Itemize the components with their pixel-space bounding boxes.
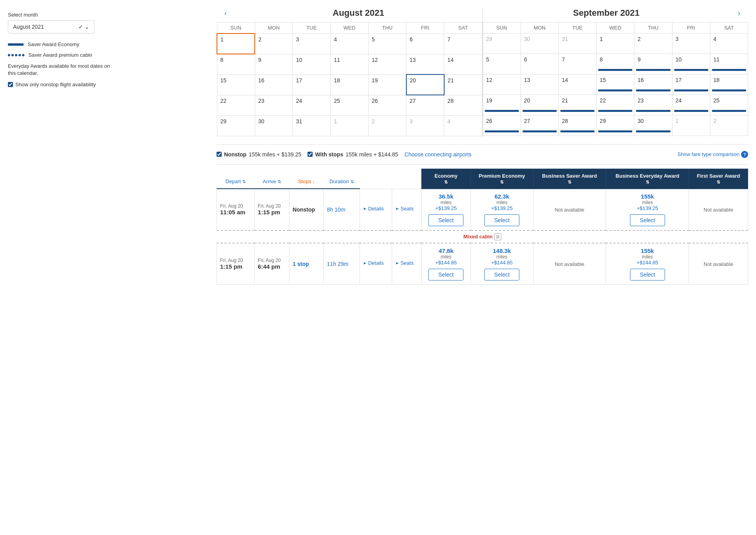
first-saver-cell: Not available [689,243,748,285]
calendar-day[interactable]: 6 [406,33,444,54]
calendar-day[interactable]: 15 [597,74,634,95]
calendar-day[interactable]: 8 [217,54,255,74]
calendar-day[interactable]: 5 [369,33,406,54]
calendar-day[interactable]: 8 [597,54,634,74]
calendar-day[interactable]: 23 [255,95,293,115]
premium-select-button[interactable]: Select [484,269,519,281]
calendar-day[interactable]: 22 [217,95,255,115]
calendar-day[interactable]: 27 [406,95,444,115]
calendar-day[interactable]: 23 [634,95,672,115]
calendar-day[interactable]: 14 [444,54,482,74]
calendar-day[interactable]: 30 [255,115,293,136]
calendar-day[interactable]: 7 [444,33,482,54]
calendar-day[interactable]: 10 [293,54,330,74]
calendar-day[interactable]: 18 [330,74,368,95]
calendar-day[interactable]: 6 [521,54,558,74]
prev-month-arrow[interactable]: ‹ [217,9,235,17]
calendar-day[interactable]: 14 [558,74,596,95]
calendar-day[interactable]: 1 [217,33,255,54]
calendar-day[interactable]: 2 [255,33,293,54]
calendar-day[interactable]: 3 [672,33,710,54]
calendar-day[interactable]: 12 [483,74,521,95]
calendar-day[interactable]: 4 [330,33,368,54]
calendar-day[interactable]: 26 [483,115,521,136]
calendar-day[interactable]: 29 [217,115,255,136]
business-everyday-select-button[interactable]: Select [630,214,665,226]
calendar-day[interactable]: 5 [483,54,521,74]
calendar-day[interactable]: 2 [710,115,748,136]
details-link[interactable]: ► Details [363,260,389,266]
calendar-day[interactable]: 26 [369,95,406,115]
calendar-day[interactable]: 20 [406,74,444,95]
calendar-day[interactable]: 11 [710,54,748,74]
calendar-day[interactable]: 1 [597,33,634,54]
seats-link[interactable]: ► Seats [395,206,418,212]
calendar-day[interactable]: 2 [369,115,406,136]
calendar-day[interactable]: 18 [710,74,748,95]
calendar-day[interactable]: 29 [597,115,634,136]
month-select-dropdown[interactable]: August 2021 ✓ ⌄ [8,20,94,33]
calendar-day[interactable]: 10 [672,54,710,74]
calendar-day[interactable]: 9 [255,54,293,74]
calendar-day[interactable]: 21 [444,74,482,95]
premium-select-button[interactable]: Select [484,214,519,226]
calendar-day[interactable]: 3 [406,115,444,136]
calendar-day[interactable]: 9 [634,54,672,74]
premium-miles: 62.3k [474,193,530,200]
calendar-day[interactable]: 20 [521,95,558,115]
with-stops-label: With stops [315,151,343,158]
calendar-day[interactable]: 25 [710,95,748,115]
calendar-day[interactable]: 17 [672,74,710,95]
nonstop-checkbox[interactable] [8,82,13,87]
calendar-day[interactable]: 1 [330,115,368,136]
calendar-section: ‹ August 2021 SUN MON TUE WED THU FRI SA… [217,8,748,285]
depart-time: 11:05 am [220,209,251,215]
duration-header[interactable]: Duration ⇅ [324,169,360,189]
calendar-day[interactable]: 22 [597,95,634,115]
calendar-day[interactable]: 4 [710,33,748,54]
business-everyday-select-button[interactable]: Select [630,269,665,281]
calendar-day[interactable]: 4 [444,115,482,136]
economy-select-button[interactable]: Select [428,214,463,226]
calendar-day[interactable]: 1 [672,115,710,136]
calendar-day[interactable]: 15 [217,74,255,95]
calendar-day[interactable]: 19 [483,95,521,115]
calendar-day[interactable]: 31 [293,115,330,136]
calendar-day[interactable]: 24 [293,95,330,115]
stops-header[interactable]: Stops ↓ [289,169,324,189]
economy-select-button[interactable]: Select [428,269,463,281]
calendar-day[interactable]: 29 [483,33,521,54]
depart-header[interactable]: Depart ⇅ [217,169,255,189]
details-link[interactable]: ► Details [363,206,389,212]
arrive-header[interactable]: Arrive ⇅ [254,169,289,189]
calendar-day[interactable]: 30 [634,115,672,136]
fare-comparison-link[interactable]: Show fare type comparison ? [677,151,748,158]
calendar-day[interactable]: 28 [558,115,596,136]
calendar-day[interactable]: 7 [558,54,596,74]
next-month-arrow[interactable]: › [730,9,748,17]
nonstop-filter-checkbox[interactable] [217,152,222,157]
calendar-day[interactable]: 31 [558,33,596,54]
calendar-day[interactable]: 11 [330,54,368,74]
calendar-day[interactable]: 30 [521,33,558,54]
calendar-day[interactable]: 12 [369,54,406,74]
calendar-day[interactable]: 19 [369,74,406,95]
calendar-day[interactable]: 17 [293,74,330,95]
calendar-day[interactable]: 16 [255,74,293,95]
stops-cell: 1 stop [289,243,324,285]
calendar-day[interactable]: 21 [558,95,596,115]
calendar-day[interactable]: 16 [634,74,672,95]
calendar-day[interactable]: 24 [672,95,710,115]
actions-spacer [360,169,422,189]
with-stops-checkbox[interactable] [308,152,313,157]
calendar-day[interactable]: 13 [521,74,558,95]
calendar-day[interactable]: 28 [444,95,482,115]
calendar-day[interactable]: 25 [330,95,368,115]
calendar-day[interactable]: 13 [406,54,444,74]
help-icon: ? [741,151,748,158]
calendar-day[interactable]: 27 [521,115,558,136]
seats-link[interactable]: ► Seats [395,260,418,266]
calendar-day[interactable]: 2 [634,33,672,54]
choose-airports-link[interactable]: Choose connecting airports [404,151,471,158]
calendar-day[interactable]: 3 [293,33,330,54]
